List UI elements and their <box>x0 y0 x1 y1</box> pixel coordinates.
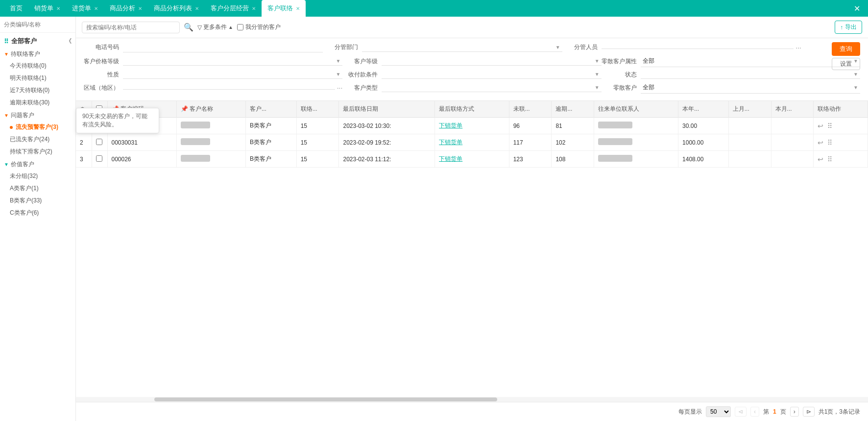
tab-product-list[interactable]: 商品分析列表 ✕ <box>148 0 205 17</box>
active-dot <box>10 126 13 129</box>
row-index: 3 <box>76 151 92 168</box>
more-conditions-button[interactable]: ▽ 更多条件 ▲ <box>197 23 233 31</box>
payment-select[interactable]: ▼ <box>382 70 601 79</box>
more-icon[interactable]: ⠿ <box>827 122 832 130</box>
settings-button[interactable]: 设置 <box>832 58 860 70</box>
col-name: 📌客户名称 <box>176 101 245 118</box>
row-last-date: 2023-02-09 19:52: <box>339 134 435 151</box>
per-page-select[interactable]: 50 100 200 <box>706 406 731 417</box>
search-button[interactable]: 🔍 <box>184 23 193 32</box>
row-last-method[interactable]: 下销货单 <box>435 151 509 168</box>
table-row: 2 00030031 B类客户 15 2023-02-09 19:52: 下销货… <box>76 134 868 151</box>
tab-purchase[interactable]: 进货单 ✕ <box>66 0 104 17</box>
contact-icon[interactable]: ↩ <box>818 122 823 130</box>
sidebar-group-problem[interactable]: ▼ 问题客户 <box>0 109 75 121</box>
area-dots[interactable]: ··· <box>337 84 343 92</box>
sidebar-root-item[interactable]: ⠿ 全部客户 《 <box>0 33 75 48</box>
sidebar-item-b-class[interactable]: B类客户(33) <box>0 195 75 207</box>
data-table-wrapper: ⚙ 📌客户编码 📌客户名称 客户... 联络... 最后联络日期 最后联络方式 … <box>76 101 868 397</box>
filter-zero-customer: 零散客户 全部 ▼ <box>602 82 860 94</box>
row-this-month <box>771 118 814 134</box>
more-icon[interactable]: ⠿ <box>827 155 832 163</box>
area-select[interactable] <box>123 86 335 90</box>
contact-icon[interactable]: ↩ <box>818 155 823 163</box>
row-type: B类客户 <box>245 151 296 168</box>
sidebar-item-declining[interactable]: 持续下滑客户(2) <box>0 146 75 158</box>
sidebar-item-tomorrow[interactable]: 明天待联络(1) <box>0 72 75 84</box>
collapse-icon[interactable]: 《 <box>66 37 72 46</box>
tab-close-purchase[interactable]: ✕ <box>94 6 98 11</box>
tab-close-sales[interactable]: ✕ <box>56 6 60 11</box>
row-checkbox[interactable] <box>92 151 107 168</box>
tab-close-customer-contact[interactable]: ✕ <box>296 6 300 11</box>
my-customers-checkbox[interactable] <box>237 24 243 30</box>
zero-attr-select[interactable]: 全部 ▼ <box>641 55 860 67</box>
sidebar-item-ungroup[interactable]: 未分组(32) <box>0 170 75 182</box>
sidebar-group-pending[interactable]: ▼ 待联络客户 <box>0 48 75 60</box>
next-page-button[interactable]: › <box>790 407 799 417</box>
customer-level-select[interactable]: ▼ <box>382 57 601 66</box>
sidebar-group-value[interactable]: ▼ 价值客户 <box>0 158 75 170</box>
nature-select[interactable]: ▼ <box>123 70 342 79</box>
col-this-month: 本月... <box>771 101 814 118</box>
nature-chevron-icon: ▼ <box>336 72 340 77</box>
horizontal-scrollbar[interactable] <box>76 397 868 402</box>
row-unlocked: 96 <box>509 118 552 134</box>
search-input[interactable] <box>82 22 180 33</box>
customer-type-label: 客户类型 <box>342 84 382 92</box>
sidebar-item-a-class[interactable]: A类客户(1) <box>0 182 75 195</box>
row-select-checkbox[interactable] <box>96 155 102 162</box>
person-select[interactable] <box>602 46 794 49</box>
page-label: 第 <box>763 408 769 416</box>
sidebar-item-churn-warning[interactable]: 流失预警客户(3) <box>0 121 75 133</box>
row-last-method[interactable]: 下销货单 <box>435 118 509 134</box>
person-dots[interactable]: ··· <box>796 44 801 51</box>
level-chevron-icon: ▼ <box>595 58 600 64</box>
tab-customer-contact[interactable]: 客户联络 ✕ <box>262 0 306 17</box>
customer-type-select[interactable]: ▼ <box>382 83 601 92</box>
prev-page-button[interactable]: ‹ <box>750 407 759 417</box>
row-action[interactable]: ↩ ⠿ <box>814 151 868 168</box>
my-customers-checkbox-label[interactable]: 我分管的客户 <box>237 23 281 31</box>
col-this-year: 本年... <box>678 101 729 118</box>
row-last-method[interactable]: 下销货单 <box>435 134 509 151</box>
tab-home[interactable]: 首页 <box>4 0 28 17</box>
col-type: 客户... <box>245 101 296 118</box>
content-area: 🔍 ▽ 更多条件 ▲ 我分管的客户 ↑ 导出 电话号码 <box>76 17 868 421</box>
zero-customer-select[interactable]: 全部 ▼ <box>641 82 860 94</box>
scrollbar-thumb[interactable] <box>154 397 497 401</box>
sidebar-item-overdue[interactable]: 逾期未联络(30) <box>0 97 75 109</box>
status-label: 状态 <box>602 71 641 79</box>
sidebar-item-7days[interactable]: 近7天待联络(0) <box>0 84 75 97</box>
export-button[interactable]: ↑ 导出 <box>835 21 862 34</box>
row-action[interactable]: ↩ ⠿ <box>814 118 868 134</box>
row-select-checkbox[interactable] <box>96 139 102 145</box>
tab-close-product-analysis[interactable]: ✕ <box>138 6 142 11</box>
filter-actions: 查询 设置 <box>832 42 860 70</box>
tab-sales[interactable]: 销货单 ✕ <box>28 0 66 17</box>
filter-nature: 性质 ▼ <box>84 70 342 79</box>
sidebar-search-input[interactable] <box>4 21 76 28</box>
total-info: 共1页，3条记录 <box>819 408 860 416</box>
table-header-row: ⚙ 📌客户编码 📌客户名称 客户... 联络... 最后联络日期 最后联络方式 … <box>76 101 868 118</box>
tab-close-product-list[interactable]: ✕ <box>195 6 199 11</box>
sidebar-item-c-class[interactable]: C类客户(6) <box>0 207 75 219</box>
more-icon[interactable]: ⠿ <box>827 139 832 147</box>
last-page-button[interactable]: ⊳ <box>803 407 815 417</box>
tab-product-analysis[interactable]: 商品分析 ✕ <box>104 0 148 17</box>
first-page-button[interactable]: ⊲ <box>735 407 747 417</box>
status-select[interactable]: ▼ <box>641 70 860 79</box>
sidebar-item-churned[interactable]: 已流失客户(24) <box>0 133 75 146</box>
tab-close-customer-layer[interactable]: ✕ <box>252 6 256 11</box>
sidebar-item-today[interactable]: 今天待联络(0) <box>0 60 75 72</box>
close-window-icon[interactable]: ✕ <box>850 2 864 15</box>
export-icon: ↑ <box>840 24 843 31</box>
dept-select[interactable]: ▼ <box>362 43 562 52</box>
query-button[interactable]: 查询 <box>832 42 860 56</box>
price-level-select[interactable]: ▼ <box>123 57 342 66</box>
phone-input[interactable] <box>123 42 323 52</box>
row-checkbox[interactable] <box>92 134 107 151</box>
tab-customer-layer[interactable]: 客户分层经营 ✕ <box>205 0 262 17</box>
row-action[interactable]: ↩ ⠿ <box>814 134 868 151</box>
contact-icon[interactable]: ↩ <box>818 139 823 147</box>
